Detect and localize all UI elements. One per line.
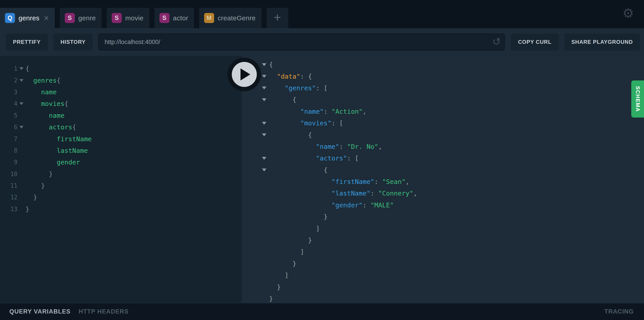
code-text: movies{ [26, 100, 68, 108]
tab-label: genres [18, 14, 40, 22]
code-line: "firstName": "Sean", [242, 176, 644, 187]
operation-badge-q: Q [5, 13, 15, 23]
fold-gutter [18, 102, 26, 105]
code-line: ] [242, 269, 644, 281]
code-line: } [242, 234, 644, 246]
code-text: "actors": [ [269, 154, 359, 162]
code-line: 1{ [0, 63, 242, 74]
code-line: ] [242, 246, 644, 258]
code-line: 12 } [0, 191, 242, 203]
fold-arrow-icon[interactable] [20, 67, 24, 70]
code-text: } [26, 193, 37, 201]
tab-genres[interactable]: Qgenres× [0, 8, 55, 28]
fold-arrow-icon[interactable] [262, 168, 266, 171]
code-text: } [269, 283, 281, 291]
line-number: 11 [0, 182, 18, 189]
fold-arrow-icon[interactable] [20, 79, 24, 82]
code-text: { [269, 131, 312, 139]
code-text: } [26, 205, 29, 213]
tab-label: createGenre [218, 14, 256, 22]
schema-side-tab-label: SCHEMA [634, 86, 641, 112]
code-line: 4 movies{ [0, 98, 242, 110]
code-line: ] [242, 223, 644, 234]
response-viewer: { "data": { "genres": [ { "name": "Actio… [242, 56, 644, 303]
tracing-toggle[interactable]: TRACING [604, 308, 634, 315]
line-number: 4 [0, 100, 18, 107]
code-line: { [242, 164, 644, 176]
tab-createGenre[interactable]: McreateGenre [199, 8, 262, 28]
fold-gutter [262, 122, 266, 125]
endpoint-url-input[interactable] [98, 34, 505, 51]
fold-gutter [262, 63, 266, 66]
settings-gear-icon[interactable]: ⚙ [622, 7, 634, 20]
code-text: name [26, 112, 64, 119]
tab-movie[interactable]: Smovie [107, 8, 150, 28]
line-number: 2 [0, 77, 18, 84]
code-line: "actors": [ [242, 152, 644, 164]
operation-badge-m: M [204, 13, 214, 23]
new-tab-button[interactable]: + [266, 8, 288, 28]
fold-arrow-icon[interactable] [262, 122, 266, 125]
code-text: { [269, 166, 328, 174]
fold-arrow-icon[interactable] [262, 133, 266, 136]
fold-gutter [262, 75, 266, 78]
fold-gutter [262, 133, 266, 136]
close-tab-icon[interactable]: × [44, 14, 49, 22]
code-line: "genres": [ [242, 82, 644, 94]
toolbar: PRETTIFY HISTORY ↺ COPY CURL SHARE PLAYG… [0, 28, 644, 56]
fold-arrow-icon[interactable] [262, 157, 266, 160]
code-text: ] [269, 271, 288, 279]
code-line: { [242, 129, 644, 141]
execute-button[interactable] [228, 58, 261, 91]
code-line: "name": "Action", [242, 106, 644, 117]
history-button[interactable]: HISTORY [53, 34, 93, 51]
code-line: 6 actors{ [0, 121, 242, 133]
query-editor[interactable]: 1{2 genres{3 name4 movies{5 name6 actors… [0, 56, 242, 303]
fold-arrow-icon[interactable] [20, 126, 24, 129]
line-number: 8 [0, 147, 18, 154]
code-line: { [242, 59, 644, 70]
code-text: } [26, 182, 45, 189]
prettify-button[interactable]: PRETTIFY [6, 34, 48, 51]
schema-side-tab[interactable]: SCHEMA [631, 81, 644, 118]
line-number: 9 [0, 159, 18, 166]
tab-genre[interactable]: Sgenre [60, 8, 102, 28]
code-line: } [242, 281, 644, 293]
fold-gutter [18, 67, 26, 70]
code-text: } [269, 260, 296, 267]
code-text: "gender": "MALE" [269, 201, 394, 209]
code-text: } [269, 295, 273, 302]
code-text: "movies": [ [269, 119, 343, 127]
line-number: 13 [0, 206, 18, 212]
fold-arrow-icon[interactable] [262, 75, 266, 78]
copy-curl-button[interactable]: COPY CURL [511, 34, 559, 51]
tab-bar: Qgenres×SgenreSmovieSactorMcreateGenre +… [0, 0, 644, 28]
fold-gutter [18, 79, 26, 82]
tab-actor[interactable]: Sactor [154, 8, 194, 28]
code-text: lastName [26, 147, 88, 154]
code-line: "lastName": "Connery", [242, 187, 644, 199]
code-text: genres{ [26, 77, 60, 84]
share-playground-button[interactable]: SHARE PLAYGROUND [564, 34, 640, 51]
code-line: 9 gender [0, 156, 242, 168]
code-text: } [269, 213, 328, 221]
fold-gutter [18, 126, 26, 129]
code-line: } [242, 258, 644, 269]
fold-arrow-icon[interactable] [20, 102, 24, 105]
operation-badge-s: S [65, 13, 75, 23]
code-text: { [269, 96, 296, 104]
fold-arrow-icon[interactable] [262, 63, 266, 66]
play-circle [232, 62, 257, 87]
code-line: 11 } [0, 180, 242, 191]
fold-arrow-icon[interactable] [262, 87, 266, 89]
operation-badge-s: S [160, 13, 170, 23]
graphql-playground: Qgenres×SgenreSmovieSactorMcreateGenre +… [0, 0, 644, 320]
http-headers-toggle[interactable]: HTTP HEADERS [78, 308, 128, 315]
tab-label: genre [78, 14, 96, 22]
tab-label: actor [173, 14, 188, 22]
fold-arrow-icon[interactable] [262, 98, 266, 101]
code-line: 3 name [0, 86, 242, 98]
code-text: ] [269, 225, 320, 232]
reload-icon[interactable]: ↺ [492, 37, 501, 47]
query-variables-toggle[interactable]: QUERY VARIABLES [10, 308, 70, 315]
